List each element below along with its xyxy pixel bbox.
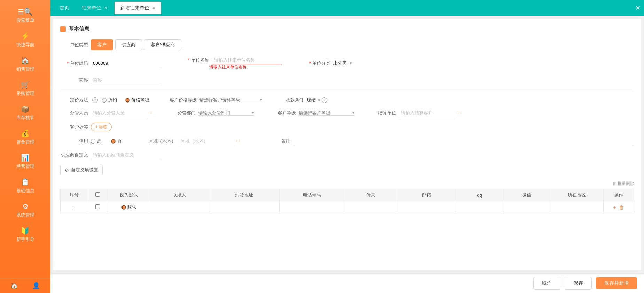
col-action: 操作 — [603, 189, 634, 201]
contact-table: 序号 设为默认 联系人 到货地址 电话号码 传真 邮箱 qq 微信 所在地区 操… — [60, 189, 634, 213]
cell-region — [550, 201, 603, 213]
delete-icon: 🗑 — [612, 181, 616, 186]
tab-bar-close-btn[interactable]: ✕ — [635, 4, 641, 12]
default-radio[interactable] — [121, 205, 126, 210]
radio-disable-yes-input[interactable] — [91, 139, 95, 144]
abbr-input[interactable] — [91, 76, 160, 84]
tab-counterparty-close[interactable]: ✕ — [104, 6, 108, 10]
tag-add-btn[interactable]: + 标签 — [91, 123, 112, 131]
abbr-row: 简称 — [60, 76, 634, 84]
sidebar-item-purchase[interactable]: 🛒 采购管理 — [0, 76, 50, 101]
table-row: 1 默认 — [61, 201, 634, 213]
supervisor-row: 分管人员 ··· 分管部门 ▾ 客户等级 ▾ — [60, 109, 634, 117]
radio-price-level: 价格等级 — [125, 97, 149, 103]
tab-home[interactable]: 首页 — [54, 2, 75, 14]
cell-default: 默认 — [108, 201, 150, 213]
radio-discount-input[interactable] — [102, 98, 107, 103]
custom-settings-btn[interactable]: ⚙ 自定义项设置 — [60, 165, 103, 175]
sidebar-item-label: 经营管理 — [16, 163, 34, 170]
dept-input[interactable] — [198, 110, 252, 115]
dept-select[interactable]: ▾ — [198, 110, 254, 116]
unit-category-group: 单位分类 未分类 ▾ — [303, 60, 352, 66]
remark-label: 备注 — [262, 138, 290, 144]
radio-discount: 折扣 — [102, 97, 117, 103]
region-ellipsis-btn[interactable]: ··· — [234, 138, 242, 144]
radio-price-level-label: 价格等级 — [131, 97, 149, 103]
settlement-ellipsis-btn[interactable]: ··· — [455, 110, 462, 116]
cell-qq — [456, 201, 503, 213]
tab-new-counterparty[interactable]: 新增往来单位 ✕ — [115, 2, 161, 14]
payment-terms-chevron[interactable]: ▾ — [318, 98, 320, 103]
tab-new-counterparty-label: 新增往来单位 — [120, 5, 149, 11]
customer-level-label: 客户等级 — [268, 110, 296, 116]
supplier-custom-input[interactable] — [91, 151, 160, 159]
sidebar-item-inventory[interactable]: 📦 库存核算 — [0, 101, 50, 125]
select-all-checkbox[interactable] — [95, 192, 100, 197]
dept-label: 分管部门 — [168, 110, 196, 116]
radio-disable-no-input[interactable] — [111, 139, 116, 144]
customer-price-level-select[interactable]: ▾ — [199, 97, 262, 103]
cancel-button[interactable]: 取消 — [533, 277, 560, 290]
settlement-unit-input[interactable] — [399, 109, 455, 117]
phone-input[interactable] — [296, 205, 328, 210]
batch-delete-btn[interactable]: 🗑 批量删除 — [612, 181, 634, 186]
email-input[interactable] — [413, 205, 440, 210]
sidebar-item-operations[interactable]: 📊 经营管理 — [0, 149, 50, 174]
radio-disable-no-label: 否 — [117, 138, 121, 144]
customer-level-input[interactable] — [299, 110, 352, 115]
btn-customer[interactable]: 客户 — [91, 39, 113, 50]
purchase-icon: 🛒 — [21, 81, 30, 89]
unit-category-chevron[interactable]: ▾ — [350, 60, 352, 66]
user-bottom-icon[interactable]: 👤 — [32, 282, 40, 290]
tab-new-counterparty-close[interactable]: ✕ — [152, 6, 156, 10]
col-qq: qq — [456, 189, 503, 201]
sidebar-item-search[interactable]: ☰🔍 搜索菜单 — [0, 3, 50, 28]
sidebar-item-label: 搜索菜单 — [16, 17, 34, 24]
home-bottom-icon[interactable]: 🏠 — [10, 282, 18, 290]
col-wechat: 微信 — [503, 189, 550, 201]
tab-counterparty[interactable]: 往来单位 ✕ — [76, 2, 113, 14]
finance-icon: 💰 — [21, 129, 30, 138]
section-basic-info: 基本信息 — [60, 26, 634, 32]
pricing-help-icon[interactable]: ? — [92, 97, 98, 103]
supervisor-ellipsis-btn[interactable]: ··· — [147, 110, 154, 116]
unit-name-input[interactable] — [212, 56, 282, 64]
unit-name-group: 单位名称 请输入往来单位名称 — [181, 56, 282, 70]
region-cell-input[interactable] — [565, 205, 589, 210]
row-add-btn[interactable]: + — [613, 204, 616, 210]
save-button[interactable]: 保存 — [565, 277, 592, 290]
radio-discount-label: 折扣 — [108, 97, 117, 103]
supervisor-input[interactable] — [91, 109, 147, 117]
btn-supplier[interactable]: 供应商 — [115, 39, 142, 50]
payment-terms-help-icon[interactable]: ? — [322, 97, 327, 103]
fax-input[interactable] — [359, 205, 383, 210]
search-icon: ☰🔍 — [18, 8, 33, 16]
row-checkbox[interactable] — [95, 204, 100, 209]
sidebar-item-sales[interactable]: 🏠 销售管理 — [0, 52, 50, 76]
sidebar-item-system[interactable]: ⚙ 系统管理 — [0, 198, 50, 222]
customer-price-level-input[interactable] — [199, 97, 260, 103]
address-input[interactable] — [227, 205, 261, 210]
region-input[interactable] — [179, 137, 234, 145]
unit-code-input[interactable] — [91, 59, 160, 67]
remark-input[interactable] — [293, 137, 634, 145]
row-delete-btn[interactable]: 🗑 — [619, 204, 624, 210]
unit-code-group: 单位编码 — [60, 59, 160, 67]
customer-tag-label: 客户标签 — [60, 124, 88, 130]
unit-type-label: 单位类型 — [60, 42, 88, 48]
sidebar-item-guide[interactable]: 🔰 新手引导 — [0, 222, 50, 247]
contact-input[interactable] — [166, 205, 194, 210]
radio-price-level-input[interactable] — [125, 98, 130, 103]
qq-input[interactable] — [469, 205, 490, 210]
customer-level-select[interactable]: ▾ — [299, 110, 354, 116]
save-add-button[interactable]: 保存并新增 — [596, 277, 637, 289]
sidebar-item-label: 库存核算 — [16, 115, 34, 121]
pricing-method-label: 定价方法 — [60, 97, 88, 103]
sidebar-item-finance[interactable]: 💰 资金管理 — [0, 125, 50, 149]
btn-both[interactable]: 客户/供应商 — [144, 39, 181, 50]
disable-label: 停用 — [60, 138, 88, 144]
sidebar-item-quicknav[interactable]: ⚡ 快捷导航 — [0, 28, 50, 52]
wechat-input[interactable] — [516, 205, 537, 210]
sidebar-item-basic[interactable]: 📋 基础信息 — [0, 174, 50, 198]
cell-seq: 1 — [61, 201, 88, 213]
